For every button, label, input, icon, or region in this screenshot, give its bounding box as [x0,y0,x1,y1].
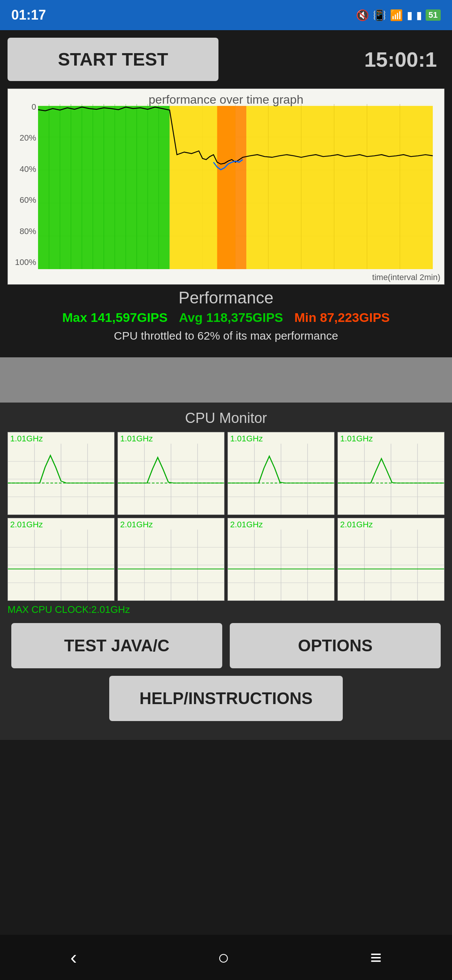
stat-avg: Avg 118,375GIPS [179,310,283,325]
cpu-cell-8: 2.01GHz [338,518,444,601]
cpu-cell-6: 2.01GHz [117,518,225,601]
status-bar: 01:17 🔇 📳 📶 ▮ ▮ 51 [0,0,452,30]
options-button[interactable]: OPTIONS [230,623,441,668]
cpu-freq-6: 2.01GHz [118,518,155,531]
start-test-button[interactable]: START TEST [8,38,219,81]
app-container: START TEST 15:00:1 performance over time… [0,30,452,357]
cpu-cell-1: 1.01GHz [8,432,114,515]
cpu-chart-6 [118,530,224,600]
cpu-chart-8 [338,530,444,600]
performance-label: Performance [8,288,444,307]
cpu-row1: 1.01GHz 1.01GHz [8,432,444,515]
chart-time-label: time(interval 2min) [372,272,440,282]
cpu-freq-8: 2.01GHz [338,518,375,531]
stat-min: Min 87,223GIPS [295,310,390,325]
status-icons: 🔇 📳 📶 ▮ ▮ 51 [356,9,441,21]
cpu-chart-3 [228,444,334,514]
cpu-cell-5: 2.01GHz [8,518,114,601]
cpu-monitor-section: CPU Monitor 1.01GHz 1. [0,402,452,740]
separator-area [0,357,452,402]
max-clock-label: MAX CPU CLOCK:2.01GHz [8,604,444,616]
performance-chart: performance over time graph 100% 80% 60%… [8,89,444,285]
mute-icon: 🔇 [356,9,369,21]
cpu-freq-7: 2.01GHz [228,518,265,531]
chart-svg [38,104,433,269]
performance-stats: Max 141,597GIPS Avg 118,375GIPS Min 87,2… [8,310,444,325]
cpu-chart-5 [8,530,114,600]
cpu-cell-2: 1.01GHz [117,432,225,515]
cpu-monitor-title: CPU Monitor [8,410,444,426]
top-row: START TEST 15:00:1 [8,38,444,81]
cpu-freq-1: 1.01GHz [8,432,45,445]
status-time: 01:17 [11,7,46,23]
signal-icon1: ▮ [407,9,412,21]
test-java-c-button[interactable]: TEST JAVA/C [11,623,222,668]
cpu-chart-7 [228,530,334,600]
menu-button[interactable]: ≡ [370,946,382,969]
back-button[interactable]: ‹ [70,946,77,969]
cpu-row2: 2.01GHz 2.01GHz [8,518,444,601]
home-button[interactable]: ○ [218,946,229,969]
y-label-20: 20% [10,133,36,143]
cpu-chart-2 [118,444,224,514]
help-instructions-button[interactable]: HELP/INSTRUCTIONS [109,676,343,721]
cpu-freq-2: 1.01GHz [118,432,155,445]
battery-level: 51 [426,10,441,21]
svg-rect-30 [246,106,433,269]
throttle-text: CPU throttled to 62% of its max performa… [8,329,444,342]
wifi-icon: 📶 [390,9,403,21]
chart-y-labels: 100% 80% 60% 40% 20% 0 [8,100,38,269]
cpu-chart-1 [8,444,114,514]
y-label-80: 80% [10,226,36,236]
cpu-cell-3: 1.01GHz [227,432,335,515]
chart-title: performance over time graph [8,93,444,107]
cpu-cell-7: 2.01GHz [227,518,335,601]
cpu-chart-4 [338,444,444,514]
cpu-cell-4: 1.01GHz [338,432,444,515]
stat-max: Max 141,597GIPS [62,310,168,325]
vibrate-icon: 📳 [373,9,386,21]
cpu-freq-3: 1.01GHz [228,432,265,445]
signal-icon2: ▮ [416,9,422,21]
cpu-freq-4: 1.01GHz [338,432,375,445]
nav-bar: ‹ ○ ≡ [0,935,452,980]
help-btn-row: HELP/INSTRUCTIONS [8,676,444,721]
y-label-40: 40% [10,164,36,174]
chart-area [38,104,433,269]
y-label-0: 0 [10,102,36,112]
svg-rect-29 [217,106,246,269]
cpu-freq-5: 2.01GHz [8,518,45,531]
y-label-60: 60% [10,195,36,205]
y-label-100: 100% [10,258,36,267]
timer-display: 15:00:1 [219,47,444,72]
bottom-buttons: TEST JAVA/C OPTIONS [8,623,444,668]
